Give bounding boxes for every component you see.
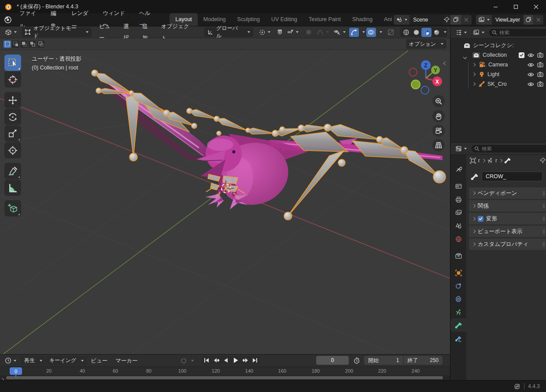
crumb-data-name[interactable]: r — [495, 158, 497, 164]
measure-tool[interactable] — [4, 180, 21, 196]
shading-solid-button[interactable] — [411, 28, 421, 37]
pan-button[interactable] — [432, 110, 445, 122]
workspace-tab-sculpting[interactable]: Sculpting — [232, 13, 266, 26]
viewlayer-name[interactable]: ViewLayer — [492, 15, 524, 25]
hide-eye-icon[interactable] — [528, 82, 534, 87]
workspace-tab-uv-editing[interactable]: UV Editing — [266, 13, 303, 26]
jump-to-start-button[interactable] — [202, 356, 211, 365]
close-button[interactable] — [526, 0, 546, 13]
auto-key-toggle[interactable] — [178, 356, 189, 365]
move-tool[interactable] — [4, 92, 21, 108]
playhead[interactable]: 0 — [10, 367, 22, 375]
current-frame-field[interactable]: 0 — [316, 356, 349, 365]
snap-toggle[interactable] — [275, 28, 284, 37]
workspace-tab-shading[interactable]: Shading — [347, 13, 378, 26]
tab-bone-constraints[interactable] — [450, 332, 466, 345]
jump-to-end-button[interactable] — [250, 356, 260, 365]
hide-eye-icon[interactable] — [528, 53, 534, 58]
pivot-point-dropdown[interactable] — [257, 28, 273, 37]
scene-name[interactable]: Scene — [410, 15, 444, 25]
armature-row[interactable]: SK_Cro — [450, 79, 546, 89]
render-visibility-icon[interactable] — [537, 52, 543, 58]
minimize-button[interactable] — [485, 0, 505, 13]
select-mode-subtract-button[interactable] — [20, 40, 28, 48]
tab-view-layer[interactable] — [450, 206, 466, 219]
ortho-toggle-button[interactable] — [432, 139, 445, 151]
render-visibility-icon[interactable] — [537, 81, 543, 87]
panel-relations[interactable]: 関係⣿⣿ — [469, 200, 546, 212]
panel-custom-properties[interactable]: カスタムプロパティ⣿⣿ — [469, 238, 546, 250]
snap-settings-dropdown[interactable] — [284, 28, 301, 37]
shading-rendered-button[interactable] — [432, 28, 442, 37]
transform-tool[interactable] — [4, 142, 21, 158]
maximize-button[interactable] — [505, 0, 526, 13]
panel-viewport-display[interactable]: ビューポート表示⣿⣿ — [469, 226, 546, 237]
tab-physics[interactable] — [450, 292, 466, 305]
show-gizmo-toggle[interactable] — [349, 28, 359, 37]
annotate-tool[interactable] — [4, 163, 21, 179]
sidebar-toggle[interactable] — [444, 60, 446, 66]
keying-menu[interactable]: キーイング — [46, 356, 87, 366]
blender-app-menu[interactable] — [4, 16, 12, 24]
workspace-tab-modeling[interactable]: Modeling — [198, 13, 232, 26]
tab-collection[interactable] — [450, 249, 466, 262]
next-keyframe-button[interactable] — [240, 356, 250, 365]
zoom-button[interactable] — [432, 95, 445, 107]
scene-collection-row[interactable]: シーンコレクシ: — [450, 40, 546, 50]
panel-bendy-bones[interactable]: ベンディボーン⣿⣿ — [469, 187, 546, 199]
use-preview-range-button[interactable] — [351, 356, 362, 365]
workspace-tab-animation[interactable]: Animatio — [378, 13, 392, 26]
select-box-tool[interactable] — [4, 55, 21, 71]
properties-search-input[interactable] — [471, 144, 546, 153]
tab-output[interactable] — [450, 193, 466, 206]
prev-keyframe-button[interactable] — [211, 356, 221, 365]
expand-icon[interactable] — [472, 63, 476, 66]
play-button[interactable] — [231, 356, 240, 365]
navigation-gizmo[interactable]: Z Y X — [407, 58, 444, 97]
proportional-editing-toggle[interactable] — [303, 28, 314, 37]
collection-checkbox[interactable] — [519, 52, 524, 58]
tab-bone[interactable] — [450, 319, 466, 332]
scene-browse-button[interactable] — [394, 15, 410, 25]
timeline-scrollbar[interactable] — [6, 376, 443, 379]
bone-name-input[interactable] — [482, 172, 542, 181]
rotate-tool[interactable] — [4, 109, 21, 125]
tab-constraints[interactable] — [450, 279, 466, 292]
tab-object-data[interactable] — [450, 305, 466, 319]
viewlayer-browse-button[interactable] — [476, 15, 492, 25]
select-mode-intersect-button[interactable] — [37, 40, 44, 48]
remove-viewlayer-button[interactable] — [533, 15, 543, 25]
mode-selector[interactable]: オブジェクトモード — [22, 27, 92, 37]
expand-icon[interactable] — [472, 73, 476, 76]
outliner-editor-dropdown[interactable] — [453, 28, 469, 37]
tool-options-dropdown[interactable]: オプション — [406, 39, 446, 49]
select-mode-new-button[interactable] — [4, 40, 11, 48]
tab-render[interactable] — [450, 180, 466, 193]
properties-editor-dropdown[interactable] — [453, 144, 469, 153]
tab-object[interactable] — [450, 266, 466, 279]
collection-row[interactable]: Collection — [450, 50, 546, 60]
timeline-ruler[interactable]: 20 40 60 80 100 120 140 160 180 200 220 … — [0, 366, 450, 375]
hide-eye-icon[interactable] — [528, 62, 534, 67]
timeline-menu-view[interactable]: ビュー — [87, 355, 111, 366]
frame-start-field[interactable]: 開始 1 — [364, 356, 404, 365]
proportional-falloff-dropdown[interactable] — [314, 28, 331, 37]
outliner-display-mode-dropdown[interactable] — [471, 28, 487, 37]
play-reverse-button[interactable] — [221, 356, 231, 365]
add-cube-tool[interactable] — [4, 200, 21, 216]
workspace-tab-texture-paint[interactable]: Texture Paint — [303, 13, 347, 26]
show-overlays-toggle[interactable] — [366, 28, 376, 37]
unlink-scene-button[interactable] — [461, 15, 472, 25]
deform-checkbox[interactable] — [478, 216, 483, 222]
cursor-tool[interactable] — [4, 71, 21, 88]
panel-deform[interactable]: 変形⣿⣿ — [469, 213, 546, 224]
xray-toggle[interactable] — [385, 28, 396, 37]
tab-scene[interactable] — [450, 219, 466, 232]
new-scene-button[interactable] — [450, 15, 461, 25]
light-row[interactable]: Light — [450, 70, 546, 79]
render-visibility-icon[interactable] — [537, 62, 543, 67]
timeline-editor-dropdown[interactable] — [3, 356, 18, 365]
camera-view-button[interactable] — [432, 125, 445, 137]
scale-tool[interactable] — [4, 125, 21, 142]
frame-end-field[interactable]: 終了 250 — [404, 356, 443, 365]
